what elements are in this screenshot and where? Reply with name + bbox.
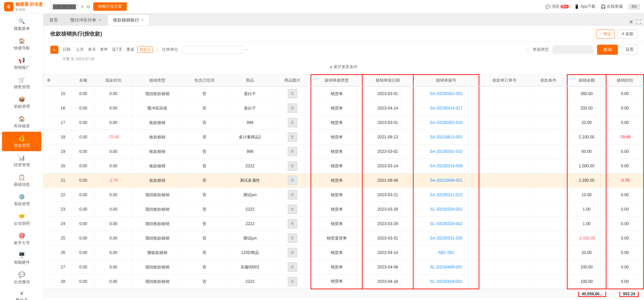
cell-settings[interactable] bbox=[44, 274, 54, 289]
user-avatar[interactable]: Rit bbox=[628, 4, 640, 10]
cell-cancel-type: 收款核销 bbox=[132, 130, 182, 144]
cell-bill-no[interactable]: SL-20230418-001 bbox=[413, 274, 479, 289]
sidebar-item-operation[interactable]: 📊 经营管理 bbox=[0, 151, 43, 171]
tab-collection-close[interactable]: ✕ bbox=[141, 18, 144, 22]
cell-bill-no[interactable]: SA-20230314-008 bbox=[413, 159, 479, 173]
app-name: 畅捷通·好生意 bbox=[15, 1, 43, 7]
cell-settings[interactable] bbox=[44, 86, 54, 101]
date-value-display: 不限 至 2023-07-26 bbox=[50, 56, 637, 61]
col-bill-type: 核销单据类型 bbox=[311, 75, 362, 86]
cell-settings[interactable] bbox=[44, 101, 54, 116]
sidebar-item-newbie[interactable]: 🎯 新手引导 bbox=[0, 229, 43, 249]
sidebar-item-purchase[interactable]: 📦 采购管理 bbox=[0, 93, 43, 112]
cell-bill-date: 2023-03-01 bbox=[362, 144, 414, 159]
tab-home[interactable]: 首页 bbox=[44, 14, 64, 25]
sidebar-item-enterprise[interactable]: 🤝 企业协同 bbox=[0, 210, 43, 229]
sidebar-item-inventory[interactable]: 🏠 库存核算 bbox=[0, 112, 43, 132]
cell-bill-no[interactable]: SL-20230328-002 bbox=[413, 217, 479, 231]
cell-cancel-discount: 0.00 bbox=[606, 116, 644, 130]
date-this-year[interactable]: 本年 bbox=[99, 46, 109, 53]
cell-settings[interactable] bbox=[44, 246, 54, 260]
col-settings[interactable]: ⚙ bbox=[44, 75, 54, 86]
cell-settings[interactable] bbox=[44, 116, 54, 130]
cell-settings[interactable] bbox=[44, 188, 54, 202]
cell-cancel-type: 现结收款核销 bbox=[132, 231, 182, 246]
data-table: ⚙ 余额 现金折扣 核销类型 包含已结清 商品 商品图片 核销单据类型 核销单据… bbox=[44, 74, 644, 289]
cell-include-settled: 否 bbox=[182, 231, 226, 246]
window-minimize-icon[interactable]: ✕ bbox=[629, 19, 633, 25]
basic-icon: 📋 bbox=[18, 174, 25, 180]
message-section[interactable]: 💬 消息 99+ bbox=[545, 4, 569, 9]
sidebar-item-wechat[interactable]: 💬 企业微信 bbox=[0, 268, 43, 288]
sidebar-item-hardware[interactable]: 🖥️ 智能硬件 bbox=[0, 249, 43, 268]
cell-bill-no[interactable]: SA-20230331-026 bbox=[413, 231, 479, 246]
cell-bill-type: 销货单 bbox=[311, 144, 362, 159]
cell-settings[interactable] bbox=[44, 173, 54, 188]
settings-icon[interactable]: ⚙ bbox=[86, 4, 91, 9]
col-cancel-amount: 核销金额 bbox=[567, 75, 606, 86]
cell-bill-no[interactable]: SA-20210813-001 bbox=[413, 130, 479, 144]
cell-include-settled: 否 bbox=[182, 246, 226, 260]
company-name[interactable]: ████████ bbox=[50, 4, 78, 10]
counterpart-input[interactable] bbox=[182, 46, 243, 54]
cell-bill-no[interactable]: SL-20230328-001 bbox=[413, 202, 479, 217]
cell-settings[interactable] bbox=[44, 217, 54, 231]
page-header: 收款核销执行(按收款) ↑ 导出 ↺ 刷新 bbox=[44, 26, 644, 42]
app-version: 标准版 bbox=[15, 7, 43, 12]
date-this-month[interactable]: 本月 bbox=[87, 46, 97, 53]
app-download-section[interactable]: 📱 App下载 bbox=[574, 4, 595, 9]
bill-type-select[interactable] bbox=[553, 46, 593, 54]
expand-more-btn[interactable]: ▾ 展开更多条件 bbox=[327, 63, 360, 71]
newbie-icon: 🎯 bbox=[18, 232, 25, 239]
cell-seq: 16 bbox=[54, 101, 71, 116]
cell-bill-no[interactable]: SA-20210808-001 bbox=[413, 173, 479, 188]
cell-bill-no[interactable]: SA-20230414-017 bbox=[413, 101, 479, 116]
query-button[interactable]: 查询 bbox=[597, 45, 618, 55]
cell-bill-no[interactable]: SL-20230408-001 bbox=[413, 260, 479, 274]
sidebar-item-marketing[interactable]: 📢 营销推广 bbox=[0, 54, 43, 73]
cell-bill-no[interactable]: ABC-001 bbox=[413, 246, 479, 260]
tab-prepay-close[interactable]: ✕ bbox=[98, 18, 101, 22]
date-custom-btn[interactable]: 自定义 bbox=[137, 46, 153, 53]
sidebar-item-basic[interactable]: 📋 基础信息 bbox=[0, 171, 43, 190]
cell-receive-condition bbox=[530, 260, 567, 274]
sidebar-item-member[interactable]: V 畅会员 bbox=[0, 288, 43, 300]
cell-bill-no[interactable]: SA-20230301-001 bbox=[413, 86, 479, 101]
industry-btn[interactable]: 体验行业方案 bbox=[93, 2, 127, 11]
export-button[interactable]: ↑ 导出 bbox=[596, 30, 614, 39]
cell-receive-condition bbox=[530, 101, 567, 116]
cell-settings[interactable] bbox=[44, 130, 54, 144]
cell-settings[interactable] bbox=[44, 260, 54, 274]
dropdown-icon[interactable]: ▾ bbox=[81, 4, 84, 9]
sidebar-item-shortcut[interactable]: 🏠 快捷导航 bbox=[0, 34, 43, 54]
tab-prepay[interactable]: 预付冲应付单 ✕ bbox=[64, 14, 107, 25]
sidebar-item-search[interactable]: 🔍 搜索菜单 bbox=[0, 15, 43, 34]
window-maximize-icon[interactable]: ⛶ bbox=[636, 19, 641, 25]
refresh-button[interactable]: ↺ 刷新 bbox=[618, 30, 637, 39]
cell-cancel-amount: 1.00 bbox=[567, 217, 606, 231]
cell-bill-no[interactable]: SA-20230301-010 bbox=[413, 144, 479, 159]
date-last-month[interactable]: 上月 bbox=[74, 46, 85, 53]
sidebar-item-finance[interactable]: 💰 资金管理 bbox=[2, 132, 41, 151]
settings-button[interactable]: 设置 bbox=[622, 44, 637, 55]
cell-settings[interactable] bbox=[44, 144, 54, 159]
tab-collection[interactable]: 收款核销执行 ✕ bbox=[107, 14, 150, 25]
cell-cancel-type: 收款核销 bbox=[132, 116, 182, 130]
cell-settings[interactable] bbox=[44, 202, 54, 217]
cell-product-image: 图 bbox=[274, 86, 311, 101]
sidebar-item-system[interactable]: ⚙️ 系统管理 bbox=[0, 190, 43, 210]
filter-expand-btn[interactable]: » bbox=[50, 46, 58, 54]
date-7days[interactable]: 近7天 bbox=[111, 46, 124, 53]
date-more[interactable]: 更多 bbox=[125, 46, 136, 53]
cell-settings[interactable] bbox=[44, 231, 54, 246]
online-service-section[interactable]: 🎧 在线客服 bbox=[601, 4, 623, 9]
cell-settings[interactable] bbox=[44, 159, 54, 173]
cell-bill-no[interactable]: SA-20230301-010 bbox=[413, 116, 479, 130]
enterprise-icon: 🤝 bbox=[18, 213, 25, 219]
separator1: | bbox=[157, 47, 158, 52]
cell-receive-order-no bbox=[479, 260, 530, 274]
cell-bill-no[interactable]: SA-20230321-012 bbox=[413, 188, 479, 202]
counterpart-more-icon[interactable]: ··· bbox=[244, 47, 248, 53]
cell-bill-date: 2023-03-14 bbox=[362, 159, 414, 173]
sidebar-item-sales[interactable]: 🛒 销售管理 bbox=[0, 73, 43, 93]
